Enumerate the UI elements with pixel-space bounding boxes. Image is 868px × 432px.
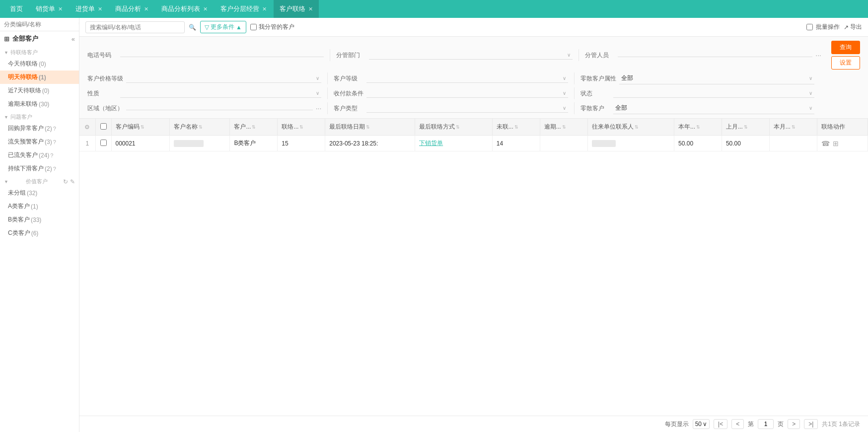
- adv-filter-row-4: 区域（地区） ··· 客户类型 ∨ 零散客户 全部 ∨: [87, 102, 860, 114]
- sidebar-item-7days-contact[interactable]: 近7天待联络(0): [0, 84, 79, 97]
- sidebar-item-churn-warning[interactable]: 流失预警客户(3) ?: [0, 135, 79, 148]
- row-checkbox[interactable]: [95, 136, 111, 151]
- sidebar-item-churned[interactable]: 已流失客户(24) ?: [0, 148, 79, 162]
- col-last-month[interactable]: 上月...⇅: [722, 119, 769, 136]
- col-this-month[interactable]: 本月...⇅: [769, 119, 817, 136]
- first-page-button[interactable]: |<: [714, 419, 727, 429]
- my-customers-check[interactable]: [250, 24, 257, 30]
- sidebar-item-a-class[interactable]: A类客户(1): [0, 200, 79, 213]
- nav-item-purchase[interactable]: 进货单 ✕: [70, 0, 108, 18]
- phone-input[interactable]: [120, 54, 324, 57]
- help-icon-3: ?: [50, 152, 53, 158]
- customer-level-select[interactable]: ∨: [366, 74, 568, 83]
- col-overdue[interactable]: 逾期...⇅: [540, 119, 587, 136]
- edit-value-icon[interactable]: ✎: [70, 178, 75, 185]
- adv-filter-row-2: 客户价格等级 ∨ 客户等级 ∨ 零散客户属性 全部 ∨: [87, 72, 860, 84]
- batch-op-check[interactable]: [806, 24, 813, 30]
- row-unit-contact: [587, 136, 674, 151]
- scattered-select[interactable]: 全部 ∨: [613, 102, 814, 114]
- region-input[interactable]: [126, 107, 313, 110]
- col-action: 联络动作: [817, 119, 868, 136]
- next-page-button[interactable]: >: [788, 419, 800, 429]
- dept-select[interactable]: ∨: [369, 51, 573, 60]
- price-level-select[interactable]: ∨: [126, 74, 321, 83]
- close-sales-icon[interactable]: ✕: [58, 6, 63, 12]
- col-this-year[interactable]: 本年...⇅: [674, 119, 722, 136]
- nav-item-sales[interactable]: 销货单 ✕: [30, 0, 69, 18]
- prev-page-button[interactable]: <: [731, 419, 744, 429]
- close-product-analysis-icon[interactable]: ✕: [144, 6, 148, 12]
- select-all-checkbox[interactable]: [100, 123, 107, 130]
- more-conditions-button[interactable]: ▽ 更多条件 ▲: [200, 21, 246, 33]
- row-category: B类客户: [230, 136, 278, 151]
- row-no: 1: [79, 136, 95, 151]
- sidebar-item-today-contact[interactable]: 今天待联络(0): [0, 57, 79, 71]
- scattered-attr-select[interactable]: 全部 ∨: [619, 72, 814, 84]
- col-last-contact-date[interactable]: 最后联络日期⇅: [325, 119, 415, 136]
- row-code: 000021: [111, 136, 170, 151]
- my-customers-checkbox[interactable]: 我分管的客户: [250, 23, 294, 31]
- col-category[interactable]: 客户...⇅: [230, 119, 278, 136]
- col-contact-count[interactable]: 联络...⇅: [278, 119, 325, 136]
- close-purchase-icon[interactable]: ✕: [98, 6, 102, 12]
- filter-price-level: 客户价格等级 ∨: [87, 74, 321, 83]
- col-no-contact[interactable]: 未联...⇅: [492, 119, 540, 136]
- status-select[interactable]: ∨: [613, 89, 814, 98]
- batch-op-button[interactable]: 批量操作: [806, 23, 840, 31]
- help-icon-1: ?: [53, 126, 56, 132]
- price-caret: ∨: [316, 75, 319, 81]
- help-icon-4: ?: [53, 166, 56, 172]
- payment-select[interactable]: ∨: [366, 89, 568, 98]
- page-input[interactable]: [758, 419, 774, 429]
- row-this-month: [769, 136, 817, 151]
- nav-item-product-list[interactable]: 商品分析列表 ✕: [155, 0, 214, 18]
- customer-type-select[interactable]: ∨: [366, 104, 568, 113]
- per-page-select[interactable]: 50 ∨: [693, 419, 710, 429]
- export-button[interactable]: ↗ 导出: [844, 23, 862, 31]
- col-last-contact-way[interactable]: 最后联络方式⇅: [415, 119, 493, 136]
- row-last-date: 2023-05-23 18:25:: [325, 136, 415, 151]
- nature-select[interactable]: ∨: [120, 89, 321, 98]
- sidebar-search-input[interactable]: [4, 21, 78, 28]
- col-gear[interactable]: ⚙: [79, 119, 95, 136]
- close-customer-contact-icon[interactable]: ✕: [308, 6, 313, 12]
- filter-search-button[interactable]: 🔍: [189, 24, 196, 31]
- filter-search-input[interactable]: [85, 21, 185, 33]
- nav-item-home[interactable]: 首页: [4, 0, 29, 18]
- manager-input[interactable]: [618, 54, 812, 57]
- row-check[interactable]: [100, 140, 107, 146]
- row-last-way[interactable]: 下销货单: [415, 136, 493, 151]
- nav-item-customer-contact[interactable]: 客户联络 ✕: [274, 0, 319, 18]
- contact-action-icon[interactable]: ☎: [821, 140, 830, 147]
- col-name[interactable]: 客户名称⇅: [170, 119, 230, 136]
- sidebar-item-overdue-contact[interactable]: 逾期未联络(30): [0, 97, 79, 111]
- reset-button[interactable]: 设置: [831, 56, 860, 70]
- more-action-icon[interactable]: ⊞: [833, 140, 839, 147]
- nav-item-customer-tier[interactable]: 客户分层经营 ✕: [215, 0, 273, 18]
- sidebar-item-ungrouped[interactable]: 未分组(32): [0, 186, 79, 200]
- row-no-contact: 14: [492, 136, 540, 151]
- refresh-icon[interactable]: ↻: [63, 178, 68, 185]
- sidebar-item-tomorrow-contact[interactable]: 明天待联络(1): [0, 71, 79, 84]
- sidebar-item-c-class[interactable]: C类客户(6): [0, 226, 79, 240]
- col-unit-contact[interactable]: 往来单位联系人⇅: [587, 119, 674, 136]
- close-customer-tier-icon[interactable]: ✕: [262, 6, 267, 12]
- pagination-bar: 每页显示 50 ∨ |< < 第 页 > >| 共1页 1条记录: [79, 416, 868, 432]
- last-page-button[interactable]: >|: [804, 419, 818, 429]
- col-code[interactable]: 客户编码⇅: [111, 119, 170, 136]
- close-product-list-icon[interactable]: ✕: [203, 6, 208, 12]
- sidebar-item-repurchase-abnormal[interactable]: 回购异常客户(2) ?: [0, 122, 79, 135]
- query-button[interactable]: 查询: [831, 41, 860, 54]
- row-name[interactable]: [170, 136, 230, 151]
- sidebar-item-b-class[interactable]: B类客户(33): [0, 213, 79, 226]
- all-customers-header[interactable]: ⊞ 全部客户 «: [0, 31, 79, 46]
- region-more-icon[interactable]: ···: [316, 104, 322, 112]
- nav-item-product-analysis[interactable]: 商品分析 ✕: [109, 0, 154, 18]
- sidebar-item-declining[interactable]: 持续下滑客户(2) ?: [0, 162, 79, 175]
- per-page-label: 每页显示: [665, 420, 689, 429]
- filter-phone: 电话号码: [87, 51, 324, 60]
- manager-more-icon[interactable]: ···: [815, 51, 821, 59]
- gear-settings-icon[interactable]: ⚙: [84, 124, 90, 131]
- sidebar-group-pending: 待联络客户: [0, 46, 79, 57]
- last-way-link[interactable]: 下销货单: [419, 140, 443, 146]
